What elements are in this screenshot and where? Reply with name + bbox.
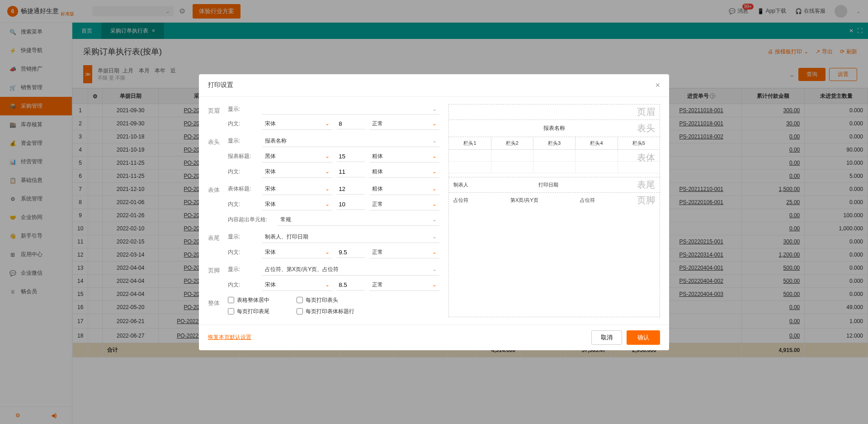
tablehead-show-select[interactable]: 报表名称⌄ — [262, 135, 439, 147]
preview-col1: 栏头1 — [449, 137, 491, 149]
section-table-body: 表体 表体标题: 宋体⌄ 粗体⌄ 内文: 宋体⌄ — [208, 183, 439, 229]
row-label-text: 内文: — [228, 120, 258, 128]
tablebody-weight-select[interactable]: 正常⌄ — [369, 199, 439, 210]
checkbox-print-foot[interactable]: 每页打印表尾 — [228, 308, 269, 315]
chevron-down-icon: ⌄ — [432, 281, 437, 288]
row-label-overflow: 内容超出单元格: — [228, 216, 273, 224]
preview-placeholder1: 占位符 — [453, 197, 468, 204]
chevron-down-icon: ⌄ — [432, 138, 437, 144]
print-preview-panel: 页眉 报表名称 表头 栏头1 栏头2 栏头3 栏头4 栏头5 — [448, 104, 660, 317]
tablefoot-weight-select[interactable]: 正常⌄ — [369, 247, 439, 258]
tablefoot-size-input[interactable] — [337, 247, 365, 258]
tablehead-weight-select[interactable]: 粗体⌄ — [369, 166, 439, 178]
chevron-down-icon: ⌄ — [432, 168, 437, 175]
tablehead-size-input[interactable] — [337, 167, 365, 177]
chevron-down-icon: ⌄ — [432, 153, 437, 159]
modal-title: 打印设置 — [208, 81, 233, 89]
checkbox-center[interactable]: 表格整体居中 — [228, 296, 269, 304]
footer-size-input[interactable] — [337, 280, 365, 291]
checkbox-input[interactable] — [297, 297, 303, 303]
chevron-down-icon: ⌄ — [325, 186, 330, 192]
row-label-show: 显示: — [228, 137, 258, 145]
chevron-down-icon: ⌄ — [432, 106, 437, 112]
preview-page-xy: 第X页/共Y页 — [510, 197, 538, 204]
chevron-down-icon: ⌄ — [432, 266, 437, 272]
row-label-body-title: 表体标题: — [228, 185, 258, 193]
close-icon[interactable]: × — [655, 81, 660, 90]
section-label: 表尾 — [208, 231, 228, 262]
footer-font-select[interactable]: 宋体⌄ — [262, 279, 332, 291]
tablebody-title-weight-select[interactable]: 粗体⌄ — [369, 183, 439, 195]
tablefoot-show-select[interactable]: 制表人、打印日期⌄ — [262, 231, 439, 243]
preview-col3: 栏头3 — [533, 137, 576, 149]
tablehead-font-select[interactable]: 宋体⌄ — [262, 166, 332, 178]
preview-header: 页眉 — [449, 105, 660, 120]
modal-settings-panel: 页眉 显示: ⌄ 内文: 宋体⌄ 正常⌄ — [208, 104, 439, 317]
chevron-down-icon: ⌄ — [432, 216, 437, 223]
checkbox-input[interactable] — [228, 308, 234, 314]
chevron-down-icon: ⌄ — [325, 201, 330, 207]
restore-defaults-link[interactable]: 恢复本页默认设置 — [208, 333, 251, 341]
tablebody-title-size-input[interactable] — [337, 184, 365, 195]
chevron-down-icon: ⌄ — [432, 186, 437, 192]
tablehead-title-weight-select[interactable]: 粗体⌄ — [369, 151, 439, 162]
row-label-show: 显示: — [228, 233, 258, 241]
tablebody-overflow-select[interactable]: 常规⌄ — [278, 214, 439, 226]
header-show-select[interactable]: ⌄ — [262, 104, 439, 114]
preview-placeholder2: 占位符 — [580, 197, 595, 204]
confirm-button[interactable]: 确认 — [627, 330, 660, 345]
checkbox-input[interactable] — [297, 308, 303, 314]
row-label-title: 报表标题: — [228, 152, 258, 160]
modal-footer: 恢复本页默认设置 取消 确认 — [199, 324, 669, 350]
modal-overlay: 打印设置 × 页眉 显示: ⌄ 内文: — [0, 0, 868, 424]
chevron-down-icon: ⌄ — [432, 249, 437, 255]
modal-header: 打印设置 × — [199, 74, 669, 97]
footer-show-select[interactable]: 占位符、第X页/共Y页、占位符⌄ — [262, 264, 439, 276]
preview-footer-label: 页脚 — [637, 194, 655, 206]
tablehead-title-size-input[interactable] — [337, 151, 365, 162]
header-font-select[interactable]: 宋体⌄ — [262, 118, 332, 130]
preview-maker: 制表人 — [453, 181, 468, 188]
preview-col2: 栏头2 — [491, 137, 533, 149]
section-overall: 整体 表格整体居中 每页打印表头 每页打印表尾 每页打印表体标题行 — [208, 296, 439, 315]
section-label: 整体 — [208, 296, 228, 315]
preview-tablehead: 报表名称 表头 — [449, 120, 660, 137]
preview-tablefoot-label: 表尾 — [637, 179, 655, 191]
section-table-head: 表头 显示: 报表名称⌄ 报表标题: 黑体⌄ 粗体⌄ — [208, 135, 439, 181]
chevron-down-icon: ⌄ — [325, 120, 330, 127]
chevron-down-icon: ⌄ — [432, 120, 437, 127]
preview-col5: 栏头5 — [618, 137, 660, 149]
preview-col4: 栏头4 — [576, 137, 618, 149]
tablebody-title-font-select[interactable]: 宋体⌄ — [262, 183, 332, 195]
preview-tablebody-label: 表体 — [637, 152, 655, 164]
row-label-text: 内文: — [228, 248, 258, 256]
section-page-header: 页眉 显示: ⌄ 内文: 宋体⌄ 正常⌄ — [208, 104, 439, 133]
row-label-text: 内文: — [228, 168, 258, 176]
preview-tablehead-label: 表头 — [637, 122, 655, 134]
tablebody-size-input[interactable] — [337, 199, 365, 210]
cancel-button[interactable]: 取消 — [591, 330, 622, 345]
footer-weight-select[interactable]: 正常⌄ — [369, 279, 439, 291]
chevron-down-icon: ⌄ — [432, 233, 437, 240]
print-settings-modal: 打印设置 × 页眉 显示: ⌄ 内文: — [199, 74, 669, 350]
section-label: 页眉 — [208, 104, 228, 133]
chevron-down-icon: ⌄ — [432, 201, 437, 207]
preview-print-date: 打印日期 — [538, 181, 558, 188]
tablebody-font-select[interactable]: 宋体⌄ — [262, 199, 332, 210]
checkbox-print-head[interactable]: 每页打印表头 — [297, 296, 338, 304]
modal-body: 页眉 显示: ⌄ 内文: 宋体⌄ 正常⌄ — [199, 97, 669, 324]
preview-footer: 占位符 第X页/共Y页 占位符 页脚 — [449, 193, 660, 208]
checkbox-print-title[interactable]: 每页打印表体标题行 — [297, 308, 354, 315]
preview-header-label: 页眉 — [637, 106, 655, 118]
tablefoot-font-select[interactable]: 宋体⌄ — [262, 247, 332, 258]
chevron-down-icon: ⌄ — [325, 249, 330, 255]
section-table-foot: 表尾 显示: 制表人、打印日期⌄ 内文: 宋体⌄ 正常⌄ — [208, 231, 439, 262]
header-weight-select[interactable]: 正常⌄ — [369, 118, 439, 130]
chevron-down-icon: ⌄ — [325, 153, 330, 159]
header-size-input[interactable] — [337, 119, 365, 129]
chevron-down-icon: ⌄ — [325, 281, 330, 288]
chevron-down-icon: ⌄ — [325, 168, 330, 175]
tablehead-title-font-select[interactable]: 黑体⌄ — [262, 151, 332, 162]
checkbox-input[interactable] — [228, 297, 234, 303]
section-label: 页脚 — [208, 264, 228, 295]
